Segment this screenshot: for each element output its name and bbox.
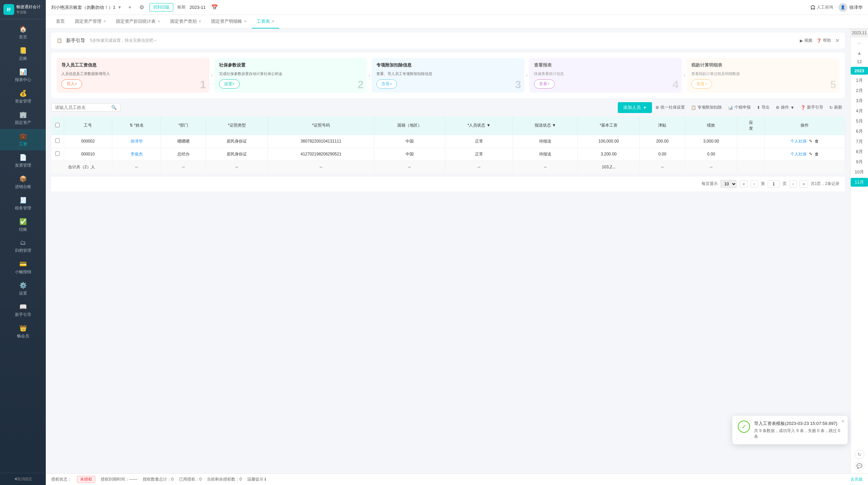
actions-cell[interactable]: 个人社保 ✎ 🗑 (765, 148, 845, 161)
tab-payroll[interactable]: 工资表 × (252, 15, 279, 29)
cal-month-aug[interactable]: 8月 (851, 147, 868, 157)
step-import-button[interactable]: 导入> (61, 79, 82, 89)
operations-button[interactable]: ⚙ 操作 ▼ (773, 103, 797, 112)
sidebar-item-ledger[interactable]: 📒 总账 (0, 43, 46, 65)
page-label: 第 (761, 181, 765, 187)
cal-year-2023[interactable]: 2023 (851, 67, 868, 75)
calendar-button[interactable]: 📅 (210, 3, 219, 12)
close-tab-icon[interactable]: × (158, 19, 160, 24)
close-tab-icon[interactable]: × (199, 19, 201, 24)
performance-header: 绩效 (685, 116, 737, 135)
sidebar-item-settings[interactable]: ⚙️ 设置 (0, 278, 46, 300)
next-page-button[interactable]: › (789, 180, 797, 188)
step-num: 1 (200, 78, 206, 91)
sidebar-item-guide[interactable]: 📖 新手引导 (0, 300, 46, 321)
delete-icon[interactable]: 🗑 (815, 152, 819, 156)
employee-name-link[interactable]: 徐泽华 (131, 139, 143, 144)
personal-insurance-link[interactable]: 个人社保 (790, 152, 807, 156)
deductions-button[interactable]: 📋 专项附加扣除 (688, 103, 725, 112)
refresh-button[interactable]: ↻ 刷新 (827, 103, 845, 112)
select-all-cell[interactable] (51, 116, 64, 135)
actions-cell[interactable]: 个人社保 ✎ 🗑 (765, 135, 845, 148)
row-checkbox-cell[interactable] (51, 135, 64, 148)
guide-video-btn[interactable]: ▶ 视频 (800, 38, 812, 43)
sidebar-item-close[interactable]: ✅ 结账 (0, 214, 46, 236)
personal-insurance-link[interactable]: 个人社保 (790, 139, 807, 144)
cal-month-feb[interactable]: 2月 (851, 86, 868, 96)
sidebar-item-inventory[interactable]: 📦 进销台账 (0, 172, 46, 193)
toast-close-button[interactable]: × (842, 418, 844, 424)
name-header[interactable]: ⇅ *姓名 (112, 116, 161, 135)
social-insurance-button[interactable]: ⚙ 统一社保设置 (653, 103, 688, 112)
tab-categories[interactable]: 固定资产类别 × (165, 15, 206, 29)
sync-icon[interactable]: ↻ (855, 450, 864, 459)
tab-detail[interactable]: 固定资产明细账 × (206, 15, 251, 29)
prev-page-button[interactable]: ‹ (751, 180, 758, 188)
cal-up-button[interactable]: ▲ (851, 49, 868, 57)
cal-month-jan[interactable]: 1月 (851, 75, 868, 86)
tab-home[interactable]: 首页 (51, 15, 70, 29)
step-settings-button[interactable]: 设置> (219, 79, 240, 89)
chat-icon[interactable]: 💬 (855, 461, 864, 471)
row-checkbox[interactable] (55, 138, 60, 143)
id-type-cell: 居民身份证 (206, 148, 268, 161)
step-view-tax-button[interactable]: 查看> (691, 79, 712, 89)
row-checkbox-cell[interactable] (51, 148, 64, 161)
status-header[interactable]: *人员状态 ▼ (445, 116, 513, 135)
edit-icon[interactable]: ✎ (809, 139, 812, 144)
page-number-input[interactable] (768, 180, 780, 188)
sidebar-item-fixed[interactable]: 🏢 固定资产 (0, 108, 46, 129)
sidebar-item-payroll[interactable]: 💼 工资 (0, 129, 46, 150)
version-switch-button[interactable]: 切到旧版 (150, 3, 173, 12)
sidebar-item-invoice[interactable]: 📄 发票管理 (0, 150, 46, 172)
close-tab-icon[interactable]: × (272, 19, 274, 24)
cal-month-sep[interactable]: 9月 (851, 157, 868, 167)
unpin-button[interactable]: ◀取消固定 (0, 473, 46, 485)
delete-icon[interactable]: 🗑 (815, 139, 819, 144)
recharge-link[interactable]: 去充值 (850, 477, 863, 482)
name-cell[interactable]: 李俊杰 (112, 148, 161, 161)
sidebar-item-reports[interactable]: 📊 报表中心 (0, 65, 46, 86)
first-page-button[interactable]: « (739, 180, 748, 188)
tax-report-button[interactable]: 📊 个税申报 (725, 103, 753, 112)
tab-fixed-assets[interactable]: 固定资产管理 × (70, 15, 111, 29)
select-all-checkbox[interactable] (55, 123, 60, 127)
cal-month-apr[interactable]: 4月 (851, 106, 868, 116)
sidebar-item-home[interactable]: 🏠 首页 (0, 22, 46, 43)
cal-month-jul[interactable]: 7月 (851, 136, 868, 147)
step-view-reports-button[interactable]: 查看> (534, 79, 555, 89)
name-cell[interactable]: 徐泽华 (112, 135, 161, 148)
export-button[interactable]: ⬆ 导出 (754, 103, 772, 112)
cal-month-may[interactable]: 5月 (851, 116, 868, 126)
close-tab-icon[interactable]: × (244, 19, 246, 24)
cal-month-nov[interactable]: 11月 (851, 178, 868, 187)
search-input[interactable] (55, 105, 109, 110)
account-selector[interactable]: 刘小艳演示账套（勿删勿动！）1 ▼ (51, 4, 122, 11)
close-tab-icon[interactable]: × (103, 19, 106, 24)
employee-name-link[interactable]: 李俊杰 (131, 152, 143, 156)
report-status-header[interactable]: 报送状态 ▼ (513, 116, 577, 135)
step-view-deductions-button[interactable]: 查看> (376, 79, 397, 89)
edit-icon[interactable]: ✎ (809, 152, 812, 156)
add-person-button[interactable]: 添加人员 ▼ (618, 102, 652, 113)
guide-close-button[interactable]: ✕ (835, 37, 840, 44)
guide-help-btn[interactable]: ❓ 帮助 (816, 38, 831, 43)
cal-month-jun[interactable]: 6月 (851, 126, 868, 136)
calendar-expand-icon[interactable]: ‹‹ (851, 37, 868, 49)
consult-button[interactable]: 🎧 人工咨询 (810, 4, 833, 10)
sidebar-item-expense[interactable]: 💳 小畅报销 (0, 257, 46, 278)
cal-month-dec[interactable]: 12 (851, 57, 868, 66)
per-page-select[interactable]: 10 20 50 (721, 180, 737, 188)
sidebar-item-tax[interactable]: 🧾 税务管理 (0, 193, 46, 214)
sidebar-item-capital[interactable]: 💰 资金管理 (0, 86, 46, 108)
add-account-button[interactable]: ＋ (126, 2, 134, 12)
cal-month-oct[interactable]: 10月 (851, 167, 868, 177)
guide-button[interactable]: ❓ 新手引导 (798, 103, 826, 112)
sidebar-item-archive[interactable]: 🗂 归档管理 (0, 236, 46, 257)
tab-depreciation[interactable]: 固定资产折旧统计表 × (111, 15, 165, 29)
row-checkbox[interactable] (55, 151, 60, 156)
cal-month-mar[interactable]: 3月 (851, 96, 868, 106)
settings-button[interactable]: ⚙ (138, 3, 145, 12)
sidebar-item-member[interactable]: 👑 畅会员 (0, 321, 46, 342)
last-page-button[interactable]: » (800, 180, 808, 188)
